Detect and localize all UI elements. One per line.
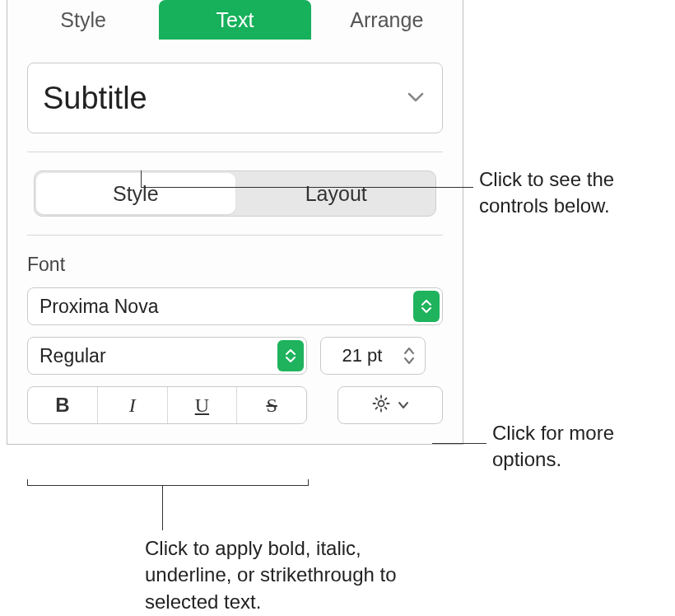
text-format-group: B I U S [27, 386, 307, 424]
leader-bracket [27, 485, 309, 486]
callout-style-tab: Click to see the controls below. [479, 166, 668, 220]
font-section-label: Font [27, 254, 443, 276]
font-size-stepper[interactable]: 21 pt [320, 337, 426, 375]
underline-button[interactable]: U [168, 387, 238, 423]
segment-layout[interactable]: Layout [237, 171, 436, 216]
divider [27, 152, 443, 152]
popup-arrows-icon [277, 340, 304, 371]
font-family-select[interactable]: Proxima Nova [27, 287, 443, 325]
chevron-down-icon [398, 398, 409, 413]
leader-bracket [308, 479, 309, 486]
paragraph-style-dropdown[interactable]: Subtitle [27, 63, 443, 133]
font-size-value: 21 pt [342, 345, 383, 366]
tab-style[interactable]: Style [7, 0, 159, 40]
chevron-down-icon [407, 91, 424, 105]
svg-point-0 [379, 401, 384, 407]
italic-button[interactable]: I [98, 387, 168, 423]
stepper-arrows-icon [403, 339, 421, 372]
bold-button[interactable]: B [28, 387, 98, 423]
font-weight-select[interactable]: Regular [27, 337, 307, 375]
leader-line [432, 443, 486, 444]
font-weight-value: Regular [40, 345, 106, 367]
popup-arrows-icon [413, 291, 440, 322]
leader-line [141, 187, 473, 188]
tab-arrange[interactable]: Arrange [311, 0, 463, 40]
paragraph-style-label: Subtitle [43, 81, 147, 116]
leader-bracket [27, 479, 28, 486]
callout-format-buttons: Click to apply bold, italic, underline, … [145, 535, 441, 615]
strikethrough-button[interactable]: S [237, 387, 306, 423]
callout-more-options: Click for more options. [492, 420, 665, 474]
style-layout-segmented: Style Layout [34, 170, 436, 217]
divider [27, 235, 443, 236]
segment-style[interactable]: Style [36, 173, 235, 214]
font-family-value: Proxima Nova [40, 296, 158, 318]
format-sidebar: Style Text Arrange Subtitle Style Layout… [7, 0, 463, 445]
leader-line [162, 485, 163, 530]
gear-icon [371, 394, 391, 417]
top-tab-bar: Style Text Arrange [7, 0, 463, 40]
more-options-button[interactable] [338, 386, 443, 424]
tab-text[interactable]: Text [159, 0, 310, 40]
leader-line [141, 170, 142, 187]
